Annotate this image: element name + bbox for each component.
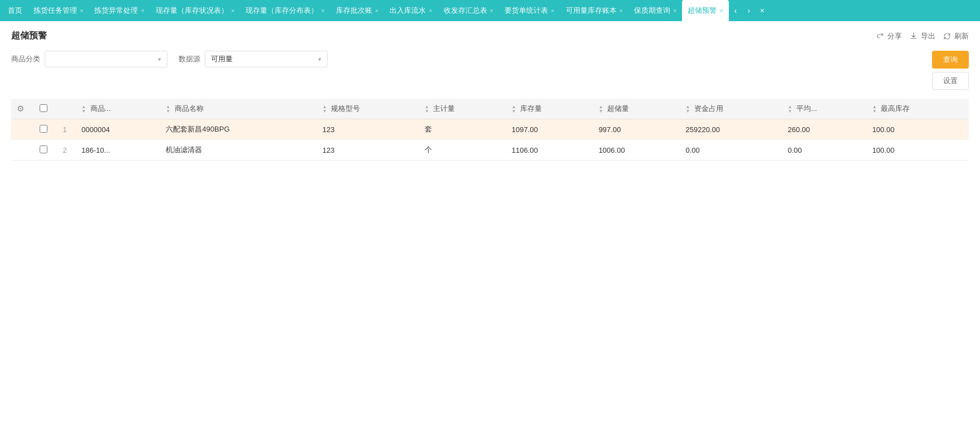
table-row: 2 186-10... 机油滤清器 123 个 1106.00 1006.00 … [11,140,969,161]
nav-item-order-stats[interactable]: 要货单统计表 × [499,0,560,21]
export-button[interactable]: 导出 [910,31,935,41]
category-select[interactable]: ▾ [45,51,167,67]
row-number: 2 [54,140,76,161]
close-icon[interactable]: × [719,7,723,14]
datasource-filter: 数据源 可用量 ▾ [179,51,328,67]
category-label: 商品分类 [11,54,40,64]
page-title: 超储预警 [11,30,47,42]
col-avg: ▲▼ 平均... [782,99,867,119]
row-spec: 123 [317,119,419,140]
close-icon[interactable]: × [231,7,234,14]
nav-item-inventory-dist[interactable]: 现存量（库存分布表） × [240,0,330,21]
close-icon[interactable]: × [141,7,144,14]
col-capital: ▲▼ 资金占用 [680,99,782,119]
col-max-stock: ▲▼ 最高库存 [867,99,969,119]
table-row: 1 0000004 六配套新昌490BPG 123 套 1097.00 997.… [11,119,969,140]
datasource-value: 可用量 [211,54,233,64]
col-product-name: ▲▼ 商品名称 [160,99,317,119]
col-product-code: ▲▼ 商品... [76,99,160,119]
row-max-stock: 100.00 [867,119,969,140]
row-capital: 259220.00 [680,119,782,140]
sort-icon: ▲▼ [323,105,327,114]
row-checkbox-cell [33,140,54,161]
settings-button[interactable]: 设置 [932,72,969,90]
col-row-no [54,99,76,119]
row-avg: 0.00 [782,140,867,161]
row-stock: 1106.00 [506,140,593,161]
header-actions: 分享 导出 刷新 [876,31,969,41]
select-all-checkbox[interactable] [40,104,47,112]
row-avg: 260.00 [782,119,867,140]
table-header-row: ⚙ ▲▼ 商品... ▲▼ 商品名称 ▲▼ 规格型号 [11,99,969,119]
nav-item-available-ledger[interactable]: 可用量库存账本 × [560,0,628,21]
nav-item-inventory-status[interactable]: 现存量（库存状况表） × [150,0,240,21]
sort-icon: ▲▼ [788,105,792,114]
nav-item-batch-ledger[interactable]: 库存批次账 × [330,0,384,21]
nav-item-overstock-warning[interactable]: 超储预警 × [682,0,728,21]
sort-icon: ▲▼ [425,105,429,114]
close-icon[interactable]: × [673,7,676,14]
nav-item-task-mgmt[interactable]: 拣货任务管理 × [28,0,89,21]
close-icon[interactable]: × [80,7,83,14]
filter-row: 商品分类 ▾ 数据源 可用量 ▾ [11,51,932,67]
row-capital: 0.00 [680,140,782,161]
filter-buttons: 查询 设置 [932,51,969,90]
close-icon[interactable]: × [490,7,493,14]
row-settings-cell [11,119,33,140]
col-overstock: ▲▼ 超储量 [593,99,680,119]
sort-icon: ▲▼ [512,105,516,114]
close-icon[interactable]: × [375,7,378,14]
row-product-name: 机油滤清器 [160,140,317,161]
gear-icon[interactable]: ⚙ [17,104,24,114]
row-settings-cell [11,140,33,161]
row-unit: 个 [419,140,506,161]
nav-close-arrow[interactable]: × [756,0,769,21]
share-button[interactable]: 分享 [876,31,902,41]
row-product-name: 六配套新昌490BPG [160,119,317,140]
sort-icon: ▲▼ [81,105,86,114]
datasource-label: 数据源 [179,54,200,64]
row-product-code: 0000004 [76,119,160,140]
nav-item-inout-flow[interactable]: 出入库流水 × [384,0,438,21]
col-settings: ⚙ [11,99,33,119]
row-number: 1 [54,119,76,140]
close-icon[interactable]: × [619,7,623,14]
top-nav: 首页 拣货任务管理 × 拣货异常处理 × 现存量（库存状况表） × 现存量（库存… [0,0,980,21]
page-content: 超储预警 分享 导出 刷新 [0,21,980,446]
row-checkbox[interactable] [40,125,47,133]
close-icon[interactable]: × [429,7,432,14]
row-stock: 1097.00 [506,119,593,140]
row-max-stock: 100.00 [867,140,969,161]
sort-icon: ▲▼ [599,105,603,114]
datasource-select[interactable]: 可用量 ▾ [205,51,328,67]
nav-next-arrow[interactable]: › [742,0,756,21]
nav-item-collect-summary[interactable]: 收发存汇总表 × [438,0,499,21]
refresh-icon [943,32,951,40]
data-table: ⚙ ▲▼ 商品... ▲▼ 商品名称 ▲▼ 规格型号 [11,99,969,161]
sort-icon: ▲▼ [685,105,690,114]
nav-prev-arrow[interactable]: ‹ [729,0,742,21]
col-unit: ▲▼ 主计量 [419,99,506,119]
nav-item-home[interactable]: 首页 [2,0,28,21]
close-icon[interactable]: × [551,7,554,14]
row-product-code: 186-10... [76,140,160,161]
nav-item-abnormal[interactable]: 拣货异常处理 × [89,0,150,21]
row-unit: 套 [419,119,506,140]
sort-icon: ▲▼ [872,105,877,114]
export-icon [910,32,917,40]
share-icon [876,32,884,40]
row-spec: 123 [317,140,419,161]
col-checkbox [33,99,54,119]
chevron-down-icon: ▾ [158,56,161,63]
refresh-button[interactable]: 刷新 [943,31,969,41]
row-overstock: 997.00 [593,119,680,140]
col-spec: ▲▼ 规格型号 [317,99,419,119]
query-button[interactable]: 查询 [932,51,969,69]
table-body: 1 0000004 六配套新昌490BPG 123 套 1097.00 997.… [11,119,969,161]
category-filter: 商品分类 ▾ [11,51,167,67]
nav-item-expiry-check[interactable]: 保质期查询 × [628,0,682,21]
row-checkbox[interactable] [40,146,47,153]
col-stock: ▲▼ 库存量 [506,99,593,119]
page-header: 超储预警 分享 导出 刷新 [11,30,969,42]
close-icon[interactable]: × [321,7,324,14]
